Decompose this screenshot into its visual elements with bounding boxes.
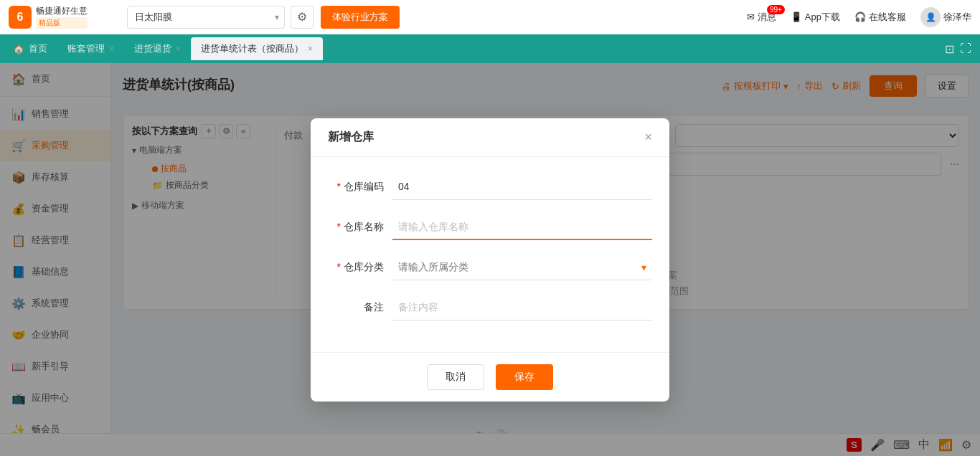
new-warehouse-modal: 新增仓库 × 仓库编码 仓库名称 仓库分类 ▾ xyxy=(311,118,669,402)
gear-button[interactable]: ⚙ xyxy=(291,6,314,29)
form-row-code: 仓库编码 xyxy=(328,174,652,200)
top-header: 6 畅捷通好生意 精品版 日太阳膜 ▾ ⚙ 体验行业方案 ✉ 消息 99+ 📱 … xyxy=(0,0,980,34)
warehouse-category-wrapper: ▾ xyxy=(392,255,652,280)
modal-footer: 取消 保存 xyxy=(311,352,669,402)
headphone-icon: 🎧 xyxy=(854,11,866,22)
form-row-category: 仓库分类 ▾ xyxy=(328,255,652,280)
app-download-button[interactable]: 📱 App下载 xyxy=(791,11,840,24)
search-area[interactable]: 日太阳膜 ▾ xyxy=(127,6,285,29)
header-right: ✉ 消息 99+ 📱 App下载 🎧 在线客服 👤 徐泽华 xyxy=(747,7,971,27)
warehouse-code-input[interactable] xyxy=(392,174,652,200)
messages-button[interactable]: ✉ 消息 99+ xyxy=(747,11,776,24)
user-profile[interactable]: 👤 徐泽华 xyxy=(920,7,971,27)
remark-input[interactable] xyxy=(392,295,652,320)
remark-label: 备注 xyxy=(328,301,392,314)
tab-account[interactable]: 账套管理 × xyxy=(57,37,124,60)
warehouse-code-label: 仓库编码 xyxy=(328,181,392,194)
store-select[interactable]: 日太阳膜 xyxy=(127,6,285,29)
form-row-remark: 备注 xyxy=(328,295,652,320)
message-badge: 99+ xyxy=(767,5,785,14)
warehouse-name-input[interactable] xyxy=(392,214,652,240)
tab-bar-controls: ⊡ ⛶ xyxy=(945,42,977,56)
modal-header: 新增仓库 × xyxy=(311,118,669,157)
tab-bar: 🏠 首页 账套管理 × 进货退货 × 进货单统计表（按商品） × ⊡ ⛶ xyxy=(0,34,980,63)
tab-purchase-return[interactable]: 进货退货 × xyxy=(124,37,191,60)
message-icon: ✉ xyxy=(747,11,755,22)
logo-icon: 6 xyxy=(9,6,32,29)
modal-overlay: 新增仓库 × 仓库编码 仓库名称 仓库分类 ▾ xyxy=(0,63,980,456)
modal-title: 新增仓库 xyxy=(328,130,374,145)
warehouse-name-label: 仓库名称 xyxy=(328,221,392,234)
warehouse-category-label: 仓库分类 xyxy=(328,261,392,274)
tab-fullscreen-button[interactable]: ⛶ xyxy=(960,42,971,55)
online-service-button[interactable]: 🎧 在线客服 xyxy=(854,11,906,24)
logo-text: 畅捷通好生意 精品版 xyxy=(36,5,88,29)
avatar: 👤 xyxy=(920,7,941,27)
home-icon: 🏠 xyxy=(13,44,24,54)
tab-purchase-stats[interactable]: 进货单统计表（按商品） × xyxy=(191,37,323,60)
form-row-name: 仓库名称 xyxy=(328,214,652,240)
download-icon: 📱 xyxy=(791,11,802,22)
modal-body: 仓库编码 仓库名称 仓库分类 ▾ 备注 xyxy=(311,157,669,352)
tab-home[interactable]: 🏠 首页 xyxy=(3,37,57,60)
trial-button[interactable]: 体验行业方案 xyxy=(321,6,400,29)
tab-close-return[interactable]: × xyxy=(176,44,181,54)
tab-close-account[interactable]: × xyxy=(109,44,114,54)
cancel-button[interactable]: 取消 xyxy=(427,364,484,390)
logo-area: 6 畅捷通好生意 精品版 xyxy=(9,5,120,29)
warehouse-category-input[interactable] xyxy=(392,255,652,280)
tab-restore-button[interactable]: ⊡ xyxy=(945,42,954,56)
main-layout: 🏠 首页 📊 销售管理 🛒 采购管理 📦 库存核算 💰 资金管理 📋 经营管理 … xyxy=(0,63,980,456)
tab-close-stats[interactable]: × xyxy=(308,44,313,54)
save-button[interactable]: 保存 xyxy=(496,364,553,390)
modal-close-button[interactable]: × xyxy=(644,130,652,145)
